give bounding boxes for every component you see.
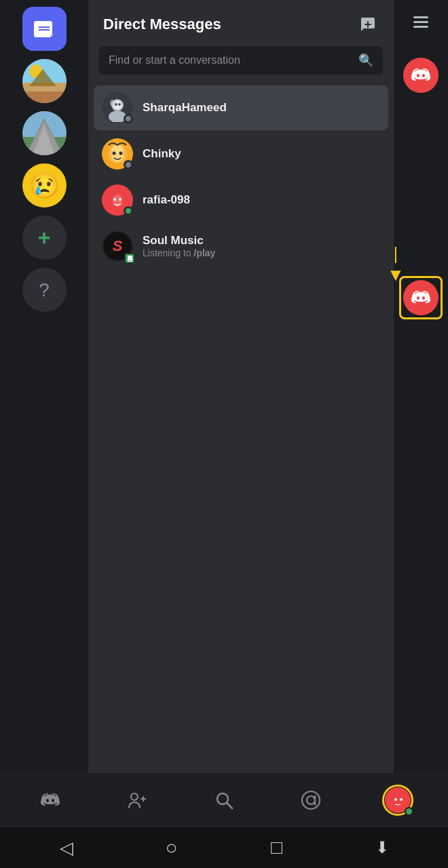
nav-item-mention[interactable] [287, 780, 335, 821]
nav-item-home[interactable] [26, 780, 74, 821]
sys-home-button[interactable]: ○ [151, 833, 192, 863]
add-icon: + [38, 225, 51, 250]
avatar-wrap-soul: S [102, 231, 133, 262]
svg-rect-29 [128, 260, 131, 261]
conv-name-chinky: Chinky [143, 147, 181, 161]
svg-line-32 [227, 803, 232, 808]
hamburger-menu-button[interactable] [411, 14, 431, 31]
sys-recents-button[interactable]: □ [257, 833, 297, 863]
conv-item-soul[interactable]: S Soul Music Listening to /play [94, 224, 388, 269]
avatar-wrap-rafia [102, 184, 133, 216]
conv-info-soul: Soul Music Listening to /play [143, 234, 215, 258]
svg-point-34 [302, 791, 320, 809]
new-dm-button[interactable] [357, 14, 379, 35]
conv-name-sharqa: SharqaHameed [143, 101, 227, 115]
svg-point-33 [307, 796, 315, 804]
dm-panel: Direct Messages Find or start a conversa… [88, 0, 394, 773]
sys-back-button[interactable]: ◁ [46, 833, 87, 863]
sidebar-item-mountain[interactable] [22, 111, 67, 155]
sys-menu-button[interactable]: ⬇ [362, 833, 403, 863]
svg-point-16 [110, 100, 115, 106]
svg-point-25 [119, 198, 122, 201]
discord-server-btn-2[interactable] [403, 280, 438, 315]
conv-info-chinky: Chinky [143, 147, 181, 161]
right-sidebar: | ▼ [394, 0, 448, 773]
main-area: 😢 + ? Direct Messages Fi [0, 0, 448, 773]
status-phone-icon-soul [124, 253, 135, 264]
status-dot-chinky [124, 160, 133, 170]
dm-header: Direct Messages [88, 0, 394, 46]
svg-point-38 [400, 798, 403, 801]
conversation-list: SharqaHameed [88, 83, 394, 773]
svg-rect-4 [22, 92, 67, 103]
avatar-wrap-chinky [102, 138, 133, 170]
search-icon: 🔍 [358, 53, 373, 68]
bottom-nav [0, 773, 448, 827]
nav-item-friends[interactable] [113, 780, 161, 821]
svg-point-22 [119, 152, 123, 155]
nav-item-profile[interactable] [374, 780, 422, 821]
conv-info-rafia: rafia-098 [143, 193, 190, 207]
conv-item-chinky[interactable]: Chinky [94, 132, 388, 176]
sidebar-item-landscape[interactable] [22, 59, 67, 103]
sidebar-item-add[interactable]: + [22, 216, 67, 260]
system-nav: ◁ ○ □ ⬇ [0, 827, 448, 868]
sidebar-item-dm[interactable] [22, 7, 67, 51]
conv-item-sharqa[interactable]: SharqaHameed [94, 85, 388, 130]
dm-title: Direct Messages [103, 16, 221, 33]
status-dot-rafia [124, 206, 133, 216]
svg-point-30 [131, 793, 138, 800]
avatar-wrap-sharqa [102, 92, 133, 123]
sidebar-item-help[interactable]: ? [22, 268, 67, 312]
svg-point-17 [115, 103, 117, 106]
sidebar-item-emoji[interactable]: 😢 [22, 163, 67, 208]
dm-header-icons [357, 14, 379, 35]
discord-server-btn-1[interactable] [403, 58, 438, 93]
nav-avatar-container [382, 785, 413, 816]
nav-avatar-status [405, 807, 413, 816]
search-bar[interactable]: Find or start a conversation 🔍 [99, 46, 383, 75]
help-icon: ? [39, 279, 50, 301]
svg-point-21 [113, 152, 116, 155]
svg-text:S: S [113, 237, 123, 254]
highlighted-server-btn [399, 276, 443, 319]
server-sidebar: 😢 + ? [0, 0, 88, 773]
conv-name-soul: Soul Music [143, 234, 215, 248]
nav-item-search[interactable] [200, 780, 248, 821]
conv-item-rafia[interactable]: rafia-098 [94, 178, 388, 222]
search-placeholder: Find or start a conversation [109, 54, 353, 66]
status-dot-sharqa [124, 114, 133, 123]
conv-info-sharqa: SharqaHameed [143, 101, 227, 115]
yellow-arrow-indicator: | ▼ [387, 243, 405, 285]
conv-status-soul: Listening to /play [143, 248, 215, 258]
conv-name-rafia: rafia-098 [143, 193, 190, 207]
svg-point-24 [113, 198, 116, 201]
svg-point-37 [394, 798, 397, 801]
svg-point-18 [118, 103, 121, 106]
